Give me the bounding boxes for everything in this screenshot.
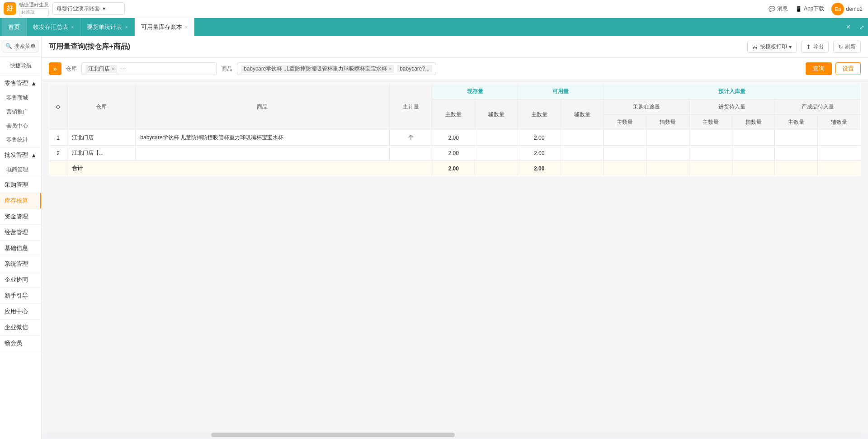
warehouse-filter-label: 仓库 <box>66 65 77 73</box>
nav-expand-btn[interactable]: ⤢ <box>856 18 868 36</box>
row-num-1: 2 <box>49 146 67 161</box>
tab-available-inventory-close[interactable]: × <box>185 24 188 30</box>
refresh-label: 刷新 <box>845 43 856 51</box>
th-purchase-main: 主数量 <box>604 115 646 130</box>
warehouse-tag-jiangbei-remove[interactable]: × <box>112 66 114 71</box>
row-incoming-aux-0 <box>732 130 775 146</box>
sidebar-section-appcenter: 应用中心 <box>0 304 41 320</box>
sidebar-section-basic-header[interactable]: 基础信息 <box>0 241 41 256</box>
search-icon: 🔍 <box>5 43 12 49</box>
tab-order-stats-close[interactable]: × <box>125 24 127 30</box>
th-current-main: 主数量 <box>432 99 475 130</box>
horizontal-scrollbar[interactable] <box>49 433 861 437</box>
tab-home-label: 首页 <box>8 23 20 31</box>
row-purchase-aux-0 <box>646 130 689 146</box>
row-product-1 <box>136 146 389 161</box>
tab-available-inventory-label: 可用量库存账本 <box>141 23 182 31</box>
logo-area: 好 畅捷通好生意 标准版 <box>4 1 49 16</box>
tab-order-stats[interactable]: 要货单统计表 × <box>80 18 134 36</box>
export-btn[interactable]: ⬆ 导出 <box>801 41 829 53</box>
table-settings-icon[interactable]: ⚙ <box>56 104 61 110</box>
sidebar-item-quick-nav[interactable]: 快捷导航 <box>0 58 41 73</box>
sidebar-section-purchase-header[interactable]: 采购管理 <box>0 177 41 193</box>
sidebar-section-finance: 资金管理 <box>0 209 41 225</box>
th-main-unit: 主计量 <box>389 84 432 130</box>
query-btn[interactable]: 查询 <box>806 62 832 75</box>
footer-label: 合计 <box>67 161 432 176</box>
refresh-icon: ↻ <box>838 43 843 50</box>
sidebar-section-purchase: 采购管理 <box>0 177 41 193</box>
app-download-btn[interactable]: 📱 App下载 <box>795 5 824 13</box>
sidebar-section-wholesale-header[interactable]: 批发管理 ▲ <box>0 147 41 163</box>
sidebar-section-ops: 经营管理 <box>0 225 41 241</box>
sidebar-section-newguide-header[interactable]: 新手引导 <box>0 288 41 303</box>
inventory-check-label: 库存核算 <box>5 197 28 205</box>
warehouse-filter-tags[interactable]: 江北门店 × ··· <box>81 62 217 75</box>
sidebar-section-ewechat-header[interactable]: 企业微信 <box>0 320 41 335</box>
settings-btn[interactable]: 设置 <box>835 62 861 75</box>
th-warehouse: 仓库 <box>67 84 136 130</box>
row-current-aux-0 <box>475 130 518 146</box>
sidebar-section-retail: 零售管理 ▲ 零售商城 营销推广 会员中心 零售统计 <box>0 76 41 147</box>
sidebar-section-sys-header[interactable]: 系统管理 <box>0 256 41 272</box>
nav-tabs-bar: 首页 收发存汇总表 × 要货单统计表 × 可用量库存账本 × × ⤢ <box>0 18 868 36</box>
filter-expand-btn[interactable]: » <box>49 62 61 75</box>
row-current-main-0: 2.00 <box>432 130 475 146</box>
row-incoming-aux-1 <box>732 146 775 161</box>
th-production-pending: 产成品待入量 <box>775 99 861 115</box>
sidebar-section-enterprise-header[interactable]: 企业协同 <box>0 272 41 288</box>
sidebar-section-vip-header[interactable]: 畅会员 <box>0 335 41 351</box>
content-area: 可用量查询(按仓库+商品) 🖨 按模板打印 ▾ ⬆ 导出 ↻ 刷新 » <box>42 36 868 439</box>
main-layout: 🔍 搜索菜单 快捷导航 零售管理 ▲ 零售商城 营销推广 会员中心 零售统计 批… <box>0 36 868 439</box>
retail-mgmt-label: 零售管理 <box>5 79 28 87</box>
sidebar-item-retail-stats[interactable]: 零售统计 <box>0 133 41 147</box>
th-available-aux: 辅数量 <box>561 99 604 130</box>
enterprise-collab-label: 企业协同 <box>5 276 28 284</box>
chevron-down-icon: ▾ <box>103 5 105 12</box>
sidebar-section-appcenter-header[interactable]: 应用中心 <box>0 304 41 319</box>
th-product: 商品 <box>136 84 389 130</box>
row-production-main-0 <box>775 130 818 146</box>
message-btn[interactable]: 💬 消息 <box>769 5 788 13</box>
app-center-label: 应用中心 <box>5 307 28 316</box>
tab-home[interactable]: 首页 <box>2 18 27 36</box>
th-settings[interactable]: ⚙ <box>49 84 67 130</box>
print-by-template-btn[interactable]: 🖨 按模板打印 ▾ <box>747 41 797 53</box>
sidebar-search-btn[interactable]: 🔍 搜索菜单 <box>3 40 38 52</box>
user-area[interactable]: Ea demo2 <box>831 3 863 15</box>
sidebar-item-members[interactable]: 会员中心 <box>0 119 41 133</box>
product-filter-tags[interactable]: babycare学饮杯 儿童防摔防撞吸管杯重力球吸嘴杯宝宝水杯 × babyca… <box>237 62 436 75</box>
sidebar: 🔍 搜索菜单 快捷导航 零售管理 ▲ 零售商城 营销推广 会员中心 零售统计 批… <box>0 36 42 439</box>
refresh-btn[interactable]: ↻ 刷新 <box>833 41 861 53</box>
row-num-0: 1 <box>49 130 67 146</box>
warehouse-filter-more[interactable]: ··· <box>120 65 126 73</box>
sidebar-item-retail-mall[interactable]: 零售商城 <box>0 91 41 105</box>
scrollbar-thumb[interactable] <box>211 433 455 437</box>
account-selector[interactable]: 母婴行业演示账套 ▾ <box>52 2 125 15</box>
th-incoming-pending: 进货待入量 <box>689 99 775 115</box>
sidebar-item-marketing[interactable]: 营销推广 <box>0 105 41 119</box>
product-tag-babycare: babycare学饮杯 儿童防摔防撞吸管杯重力球吸嘴杯宝宝水杯 × <box>241 65 394 73</box>
sidebar-section-ewechat: 企业微信 <box>0 320 41 335</box>
product-tag-babycare-remove[interactable]: × <box>389 66 392 71</box>
tab-available-inventory[interactable]: 可用量库存账本 × <box>135 18 194 36</box>
footer-purchase-aux <box>646 161 689 176</box>
finance-mgmt-label: 资金管理 <box>5 212 28 221</box>
sidebar-section-retail-header[interactable]: 零售管理 ▲ <box>0 76 41 91</box>
sidebar-item-ecommerce[interactable]: 电商管理 <box>0 163 41 177</box>
row-main-unit-0: 个 <box>389 130 432 146</box>
close-all-tabs-btn[interactable]: × <box>841 18 856 36</box>
tab-receipt-summary-close[interactable]: × <box>71 24 74 30</box>
tab-receipt-summary[interactable]: 收发存汇总表 × <box>27 18 80 36</box>
sidebar-section-ops-header[interactable]: 经营管理 <box>0 225 41 240</box>
filter-area: » 仓库 江北门店 × ··· 商品 babycare学饮杯 儿童防摔防撞吸管杯… <box>42 58 868 80</box>
product-tag-babycare2-label: babycare?... <box>400 66 429 72</box>
enterprise-wechat-label: 企业微信 <box>5 323 28 331</box>
th-incoming-main: 主数量 <box>689 115 732 130</box>
footer-current-aux <box>475 161 518 176</box>
sidebar-section-finance-header[interactable]: 资金管理 <box>0 209 41 224</box>
row-incoming-main-1 <box>689 146 732 161</box>
footer-production-main <box>775 161 818 176</box>
th-purchase-aux: 辅数量 <box>646 115 689 130</box>
sidebar-section-inventory-header[interactable]: 库存核算 <box>0 193 41 208</box>
